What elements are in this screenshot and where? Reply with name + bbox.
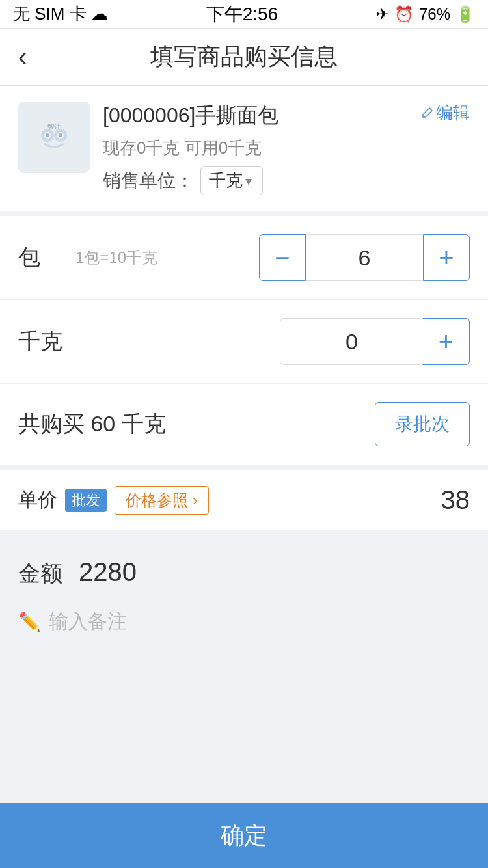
dropdown-icon: ▾ [245, 173, 252, 189]
wholesale-tag: 批发 [65, 489, 107, 512]
bag-increase-button[interactable]: + [423, 234, 470, 281]
unit-label: 销售单位： [103, 169, 194, 193]
confirm-button[interactable]: 确定 [221, 820, 267, 852]
product-card: 智计 [0000006]手撕面包 编辑 现存0千克 可用0千克 销售单位： [0, 86, 488, 216]
summary-row: 共购买 60 千克 录批次 [0, 384, 488, 470]
battery-level: 76% [419, 5, 450, 23]
kg-increase-button[interactable]: + [423, 318, 470, 365]
svg-text:智计: 智计 [47, 123, 61, 130]
kg-label: 千克 [18, 327, 70, 357]
summary-text: 共购买 60 千克 [18, 409, 166, 439]
battery-icon: 🔋 [455, 5, 475, 23]
status-time: 下午2:56 [206, 2, 278, 27]
back-button[interactable]: ‹ [18, 42, 27, 72]
bag-hint: 1包=10千克 [75, 247, 157, 268]
remark-placeholder: 输入备注 [49, 608, 127, 635]
product-stock: 现存0千克 可用0千克 [103, 137, 470, 159]
amount-section: 金额 2280 ✏️ 输入备注 [0, 536, 488, 648]
bag-quantity-input[interactable] [306, 234, 423, 281]
unit-select[interactable]: 千克 ▾ [200, 166, 263, 195]
unit-price-label: 单价 [18, 487, 57, 513]
kg-quantity-input[interactable] [280, 318, 423, 365]
bag-decrease-button[interactable]: − [259, 234, 306, 281]
bag-quantity-row: 包 1包=10千克 − + [0, 216, 488, 300]
svg-point-5 [59, 133, 62, 137]
amount-value: 2280 [79, 558, 137, 586]
batch-button[interactable]: 录批次 [375, 402, 470, 446]
status-bar: 无 SIM 卡 ☁ 下午2:56 ✈ ⏰ 76% 🔋 [0, 0, 488, 29]
price-value: 38 [441, 485, 470, 515]
sim-status: 无 SIM 卡 ☁ [13, 3, 108, 25]
product-info: [0000006]手撕面包 编辑 现存0千克 可用0千克 销售单位： 千克 ▾ [103, 102, 470, 195]
price-left: 单价 批发 价格参照 › [18, 486, 209, 515]
status-right: ✈ ⏰ 76% 🔋 [376, 5, 475, 23]
location-icon: ✈ [376, 5, 389, 23]
page-title: 填写商品购买信息 [150, 41, 338, 73]
confirm-bar[interactable]: 确定 [0, 803, 488, 868]
remark-row[interactable]: ✏️ 输入备注 [18, 602, 470, 648]
svg-point-4 [46, 133, 49, 137]
product-unit-row: 销售单位： 千克 ▾ [103, 166, 470, 195]
product-name: [0000006]手撕面包 [103, 102, 278, 130]
status-left: 无 SIM 卡 ☁ [13, 3, 108, 25]
kg-quantity-row: 千克 + [0, 300, 488, 384]
amount-label: 金额 [18, 561, 62, 586]
kg-quantity-controls: + [280, 318, 470, 365]
price-reference-button[interactable]: 价格参照 › [115, 486, 209, 515]
edit-button[interactable]: 编辑 [420, 102, 470, 124]
bag-quantity-controls: − + [259, 234, 470, 281]
amount-row: 金额 2280 [18, 551, 470, 602]
nav-bar: ‹ 填写商品购买信息 [0, 29, 488, 86]
bag-label: 包 [18, 243, 70, 273]
edit-icon: ✏️ [18, 611, 41, 632]
price-section: 单价 批发 价格参照 › 38 [0, 470, 488, 536]
product-thumbnail: 智计 [18, 102, 90, 173]
alarm-icon: ⏰ [394, 5, 414, 23]
